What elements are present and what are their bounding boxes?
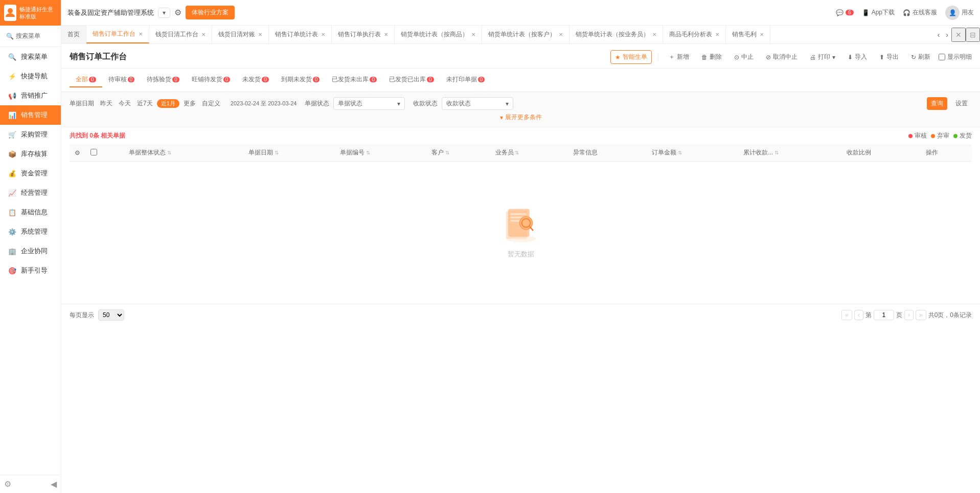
system-dropdown-button[interactable]: ▾: [158, 8, 170, 18]
sidebar-item-quick-nav[interactable]: ⚡快捷导航: [0, 66, 61, 86]
date-custom-button[interactable]: 自定义: [200, 98, 222, 109]
payment-select[interactable]: 收款状态 ▾: [442, 97, 513, 110]
sidebar-item-marketing-promo[interactable]: 📢营销推广: [0, 86, 61, 105]
tab-sales-exec[interactable]: 销售订单执行表✕: [332, 26, 395, 43]
tab-close-sales-staff[interactable]: ✕: [652, 32, 656, 37]
per-page-select[interactable]: 10 20 50 100: [98, 309, 124, 321]
th-amount[interactable]: 订单金额: [647, 144, 738, 162]
tab-close-all-button[interactable]: ✕: [951, 28, 966, 42]
first-page-button[interactable]: «: [841, 310, 852, 320]
tab-sales-product[interactable]: 销货单统计表（按商品）✕: [395, 26, 482, 43]
date-more-button[interactable]: 更多: [181, 98, 198, 109]
filter-tab-all[interactable]: 全部0: [70, 73, 102, 87]
filter-tab-pending-review[interactable]: 待审核0: [102, 73, 141, 87]
filter-tab-pending-inspect[interactable]: 待拣验货0: [141, 73, 186, 87]
sidebar-search-button[interactable]: 🔍 搜索菜单: [4, 30, 57, 42]
app-download-button[interactable]: 📱 App下载: [862, 8, 895, 17]
review-action[interactable]: 审核: [908, 131, 927, 140]
tab-close-sales-customer[interactable]: ✕: [559, 32, 563, 37]
tab-sales-staff[interactable]: 销货单统计表（按业务员）✕: [569, 26, 663, 43]
sidebar-item-basic-info[interactable]: 📋基础信息: [0, 203, 61, 222]
tab-sales-workbench[interactable]: 销售订单工作台✕: [86, 26, 149, 43]
suspend-button[interactable]: ⊙ 中止: [730, 51, 758, 63]
industry-solution-button[interactable]: 体验行业方案: [186, 6, 235, 19]
cancel-suspend-button[interactable]: ⊘ 取消中止: [762, 51, 802, 63]
sidebar-item-guide[interactable]: 🎯新手引导: [0, 261, 61, 280]
date-1month-button[interactable]: 近1月: [157, 99, 179, 108]
tab-cash-daily[interactable]: 钱货日清工作台✕: [149, 26, 212, 43]
filter-tab-expired-not-shipped[interactable]: 到期未发货0: [275, 73, 326, 87]
star-icon: ★: [615, 54, 621, 61]
search-settings-button[interactable]: 设置: [951, 97, 972, 110]
date-yesterday-button[interactable]: 昨天: [98, 98, 115, 109]
tab-home[interactable]: 首页: [61, 26, 86, 43]
th-customer[interactable]: 客户: [426, 144, 490, 162]
next-page-button[interactable]: ›: [904, 310, 914, 320]
expand-conditions-button[interactable]: ▾ 展开更多条件: [500, 113, 542, 122]
tab-cash-reconcile[interactable]: 钱货日清对账✕: [212, 26, 269, 43]
filter-tab-not-printed[interactable]: 未打印单据0: [440, 73, 491, 87]
tab-sales-gross[interactable]: 销售毛利✕: [726, 26, 770, 43]
topbar-settings-button[interactable]: ⚙: [174, 8, 181, 17]
query-button[interactable]: 查询: [927, 97, 947, 110]
tab-close-sales-product[interactable]: ✕: [471, 32, 475, 37]
filter-tab-wangpu-pending[interactable]: 旺铺待发货0: [186, 73, 237, 87]
th-status[interactable]: 单据整体状态: [124, 144, 243, 162]
tab-next-button[interactable]: ›: [943, 29, 951, 41]
th-number[interactable]: 单据编号: [335, 144, 426, 162]
filter-tab-shipped-out[interactable]: 已发货已出库0: [383, 73, 440, 87]
tab-close-sales-workbench[interactable]: ✕: [139, 31, 143, 37]
date-7days-button[interactable]: 近7天: [135, 98, 155, 109]
sidebar-collapse-button[interactable]: ◀: [51, 479, 57, 489]
sidebar-item-inventory[interactable]: 📦库存核算: [0, 144, 61, 164]
import-button[interactable]: ⬇ 导入: [844, 51, 871, 63]
tab-close-sales-stats[interactable]: ✕: [321, 32, 325, 37]
print-button[interactable]: 🖨 打印 ▾: [806, 51, 839, 63]
tab-gross-profit[interactable]: 商品毛利分析表✕: [663, 26, 726, 43]
date-today-button[interactable]: 今天: [117, 98, 133, 109]
tab-sales-stats[interactable]: 销售订单统计表✕: [269, 26, 332, 43]
tab-close-sales-gross[interactable]: ✕: [760, 32, 764, 37]
smart-generate-button[interactable]: ★ 智能生单: [610, 50, 652, 64]
page-number-input[interactable]: [874, 310, 894, 320]
th-settings[interactable]: ⚙: [70, 144, 85, 162]
cancel-review-action[interactable]: 弃审: [931, 131, 949, 140]
sidebar-item-label: 经营管理: [21, 188, 48, 197]
filter-tab-shipped-not-out[interactable]: 已发货未出库0: [326, 73, 383, 87]
sidebar-item-system[interactable]: ⚙️系统管理: [0, 222, 61, 241]
message-button[interactable]: 💬 6: [836, 9, 854, 16]
prev-page-button[interactable]: ‹: [854, 310, 863, 320]
sidebar-item-search[interactable]: 🔍搜索菜单: [0, 47, 61, 66]
last-page-button[interactable]: »: [916, 310, 926, 320]
tab-sales-customer[interactable]: 销货单统计表（按客户）✕: [482, 26, 569, 43]
export-button[interactable]: ⬆ 导出: [875, 51, 903, 63]
sidebar-item-finance[interactable]: 💰资金管理: [0, 164, 61, 183]
show-detail-checkbox-label[interactable]: 显示明细: [939, 53, 972, 61]
user-menu-button[interactable]: 👤 用友: [945, 6, 974, 20]
th-staff[interactable]: 业务员: [490, 144, 568, 162]
th-checkbox[interactable]: [85, 144, 124, 162]
th-date[interactable]: 单据日期: [243, 144, 335, 162]
show-detail-checkbox[interactable]: [939, 54, 945, 60]
ship-action[interactable]: 发货: [953, 131, 972, 140]
tab-close-cash-reconcile[interactable]: ✕: [258, 32, 262, 37]
sidebar-item-sales-mgmt[interactable]: 📊销售管理: [0, 105, 61, 125]
tab-prev-button[interactable]: ‹: [935, 29, 943, 41]
refresh-button[interactable]: ↻ 刷新: [907, 51, 935, 63]
sidebar-item-purchase-mgmt[interactable]: 🛒采购管理: [0, 125, 61, 144]
sidebar-item-operations[interactable]: 📈经营管理: [0, 183, 61, 203]
delete-button[interactable]: 🗑 删除: [697, 51, 726, 63]
select-all-checkbox[interactable]: [90, 149, 97, 155]
online-service-button[interactable]: 🎧 在线客服: [903, 8, 937, 17]
page-inner: 销售订单工作台 ★ 智能生单 ＋ 新增 🗑 删除: [61, 44, 980, 493]
tab-close-cash-daily[interactable]: ✕: [201, 32, 206, 37]
add-button[interactable]: ＋ 新增: [665, 51, 693, 63]
status-select[interactable]: 单据状态 ▾: [333, 97, 405, 110]
tab-pin-button[interactable]: ⊟: [966, 28, 980, 42]
th-collected[interactable]: 累计收款...: [738, 144, 841, 162]
tab-close-sales-exec[interactable]: ✕: [384, 32, 388, 37]
sidebar-settings-button[interactable]: ⚙: [4, 479, 11, 489]
tab-close-gross-profit[interactable]: ✕: [715, 32, 719, 37]
filter-tab-not-shipped[interactable]: 未发货0: [236, 73, 275, 87]
sidebar-item-enterprise[interactable]: 🏢企业协同: [0, 241, 61, 261]
